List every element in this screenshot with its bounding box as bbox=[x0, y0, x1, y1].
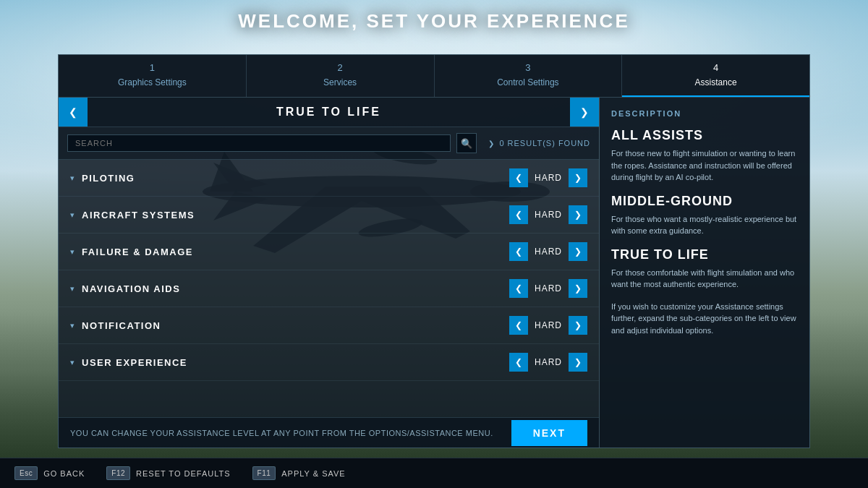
go-back-action[interactable]: Esc GO BACK bbox=[14, 466, 85, 480]
chevron-icon-navigation-aids: ▾ bbox=[70, 284, 75, 294]
f12-key-badge: F12 bbox=[106, 466, 130, 480]
notification-value: HARD bbox=[534, 320, 563, 330]
step-4[interactable]: 4 Assistance bbox=[622, 55, 809, 97]
setting-controls-piloting: ❮ HARD ❯ bbox=[509, 168, 587, 187]
notification-decrement-button[interactable]: ❮ bbox=[509, 316, 528, 335]
main-panel: 1 Graphics Settings 2 Services 3 Control… bbox=[58, 54, 810, 448]
navigation-aids-decrement-button[interactable]: ❮ bbox=[509, 279, 528, 298]
aircraft-systems-value: HARD bbox=[534, 210, 563, 220]
setting-name-notification: NOTIFICATION bbox=[82, 320, 509, 331]
settings-list: ▾ PILOTING ❮ HARD ❯ ▾ AIRCRAFT SYSTEMS ❮… bbox=[59, 160, 599, 417]
step-1[interactable]: 1 Graphics Settings bbox=[59, 55, 247, 97]
navigation-aids-value: HARD bbox=[534, 283, 563, 294]
mode-title: TRUE TO LIFE bbox=[88, 106, 570, 119]
chevron-icon-piloting: ▾ bbox=[70, 174, 75, 183]
go-back-label: GO BACK bbox=[43, 469, 85, 478]
search-input[interactable] bbox=[67, 134, 451, 152]
description-header: DESCRIPTION bbox=[611, 109, 798, 118]
aircraft-systems-increment-button[interactable]: ❯ bbox=[569, 205, 587, 224]
setting-row-failure-damage[interactable]: ▾ FAILURE & DAMAGE ❮ HARD ❯ bbox=[59, 234, 599, 270]
bottom-bar: Esc GO BACK F12 RESET TO DEFAULTS F11 AP… bbox=[0, 458, 868, 488]
chevron-icon-user-experience: ▾ bbox=[70, 358, 75, 367]
user-experience-value: HARD bbox=[534, 357, 563, 367]
desc-text-all-assists: For those new to flight simulation or wa… bbox=[611, 147, 798, 184]
notification-increment-button[interactable]: ❯ bbox=[569, 316, 587, 335]
mode-prev-button[interactable]: ❮ bbox=[59, 98, 88, 127]
left-panel: ❮ TRUE TO LIFE ❯ 🔍 ❯ 0 RESULT(S) FOUND ▾… bbox=[59, 98, 600, 448]
results-arrow-icon: ❯ bbox=[488, 140, 495, 147]
desc-section-all-assists: ALL ASSISTS For those new to flight simu… bbox=[611, 128, 798, 184]
reset-defaults-action[interactable]: F12 RESET TO DEFAULTS bbox=[106, 466, 230, 480]
f11-key-badge: F11 bbox=[252, 466, 276, 480]
piloting-value: HARD bbox=[534, 173, 563, 183]
desc-text-true-to-life: For those comfortable with flight simula… bbox=[611, 267, 798, 291]
user-experience-increment-button[interactable]: ❯ bbox=[569, 353, 587, 372]
setting-row-user-experience[interactable]: ▾ USER EXPERIENCE ❮ HARD ❯ bbox=[59, 344, 599, 381]
footer-info: YOU CAN CHANGE YOUR ASSISTANCE LEVEL AT … bbox=[59, 417, 599, 448]
mode-next-button[interactable]: ❯ bbox=[570, 98, 599, 127]
search-results: ❯ 0 RESULT(S) FOUND bbox=[482, 139, 590, 147]
setting-row-notification[interactable]: ▾ NOTIFICATION ❮ HARD ❯ bbox=[59, 307, 599, 344]
setting-controls-navigation-aids: ❮ HARD ❯ bbox=[509, 279, 587, 298]
failure-damage-decrement-button[interactable]: ❮ bbox=[509, 242, 528, 261]
search-icon[interactable]: 🔍 bbox=[456, 133, 477, 153]
reset-defaults-label: RESET TO DEFAULTS bbox=[136, 469, 231, 478]
next-button[interactable]: NEXT bbox=[511, 420, 587, 446]
piloting-decrement-button[interactable]: ❮ bbox=[509, 168, 528, 187]
setting-name-navigation-aids: NAVIGATION AIDS bbox=[82, 283, 509, 294]
setting-controls-failure-damage: ❮ HARD ❯ bbox=[509, 242, 587, 261]
esc-key-badge: Esc bbox=[14, 466, 38, 480]
page-title: WELCOME, SET YOUR EXPERIENCE bbox=[0, 10, 868, 33]
setting-controls-aircraft-systems: ❮ HARD ❯ bbox=[509, 205, 587, 224]
content-area: ❮ TRUE TO LIFE ❯ 🔍 ❯ 0 RESULT(S) FOUND ▾… bbox=[59, 98, 809, 448]
step-2[interactable]: 2 Services bbox=[247, 55, 435, 97]
failure-damage-value: HARD bbox=[534, 247, 563, 257]
setting-row-navigation-aids[interactable]: ▾ NAVIGATION AIDS ❮ HARD ❯ bbox=[59, 270, 599, 307]
navigation-aids-increment-button[interactable]: ❯ bbox=[569, 279, 587, 298]
step-3[interactable]: 3 Control Settings bbox=[435, 55, 623, 97]
right-panel: DESCRIPTION ALL ASSISTS For those new to… bbox=[600, 98, 809, 448]
chevron-icon-notification: ▾ bbox=[70, 321, 75, 330]
apply-save-label: APPLY & SAVE bbox=[281, 469, 345, 478]
results-count: 0 RESULT(S) FOUND bbox=[499, 139, 590, 147]
setting-name-piloting: PILOTING bbox=[82, 173, 509, 184]
desc-text-middle-ground: For those who want a mostly-realistic ex… bbox=[611, 213, 798, 237]
search-bar: 🔍 ❯ 0 RESULT(S) FOUND bbox=[59, 127, 599, 160]
footer-text: YOU CAN CHANGE YOUR ASSISTANCE LEVEL AT … bbox=[70, 429, 511, 437]
user-experience-decrement-button[interactable]: ❮ bbox=[509, 353, 528, 372]
desc-section-true-to-life: TRUE TO LIFE For those comfortable with … bbox=[611, 247, 798, 291]
setting-controls-user-experience: ❮ HARD ❯ bbox=[509, 353, 587, 372]
setting-name-failure-damage: FAILURE & DAMAGE bbox=[82, 247, 509, 257]
desc-section-middle-ground: MIDDLE-GROUND For those who want a mostl… bbox=[611, 194, 798, 237]
setting-row-aircraft-systems[interactable]: ▾ AIRCRAFT SYSTEMS ❮ HARD ❯ bbox=[59, 197, 599, 234]
setting-row-piloting[interactable]: ▾ PILOTING ❮ HARD ❯ bbox=[59, 160, 599, 197]
setting-name-user-experience: USER EXPERIENCE bbox=[82, 357, 509, 368]
desc-title-middle-ground: MIDDLE-GROUND bbox=[611, 194, 798, 209]
apply-save-action[interactable]: F11 APPLY & SAVE bbox=[252, 466, 346, 480]
desc-title-true-to-life: TRUE TO LIFE bbox=[611, 247, 798, 262]
failure-damage-increment-button[interactable]: ❯ bbox=[569, 242, 587, 261]
chevron-icon-aircraft-systems: ▾ bbox=[70, 210, 75, 220]
desc-title-all-assists: ALL ASSISTS bbox=[611, 128, 798, 143]
desc-text-customize: If you wish to customize your Assistance… bbox=[611, 301, 798, 337]
desc-section-customize: If you wish to customize your Assistance… bbox=[611, 301, 798, 337]
mode-header: ❮ TRUE TO LIFE ❯ bbox=[59, 98, 599, 127]
steps-bar: 1 Graphics Settings 2 Services 3 Control… bbox=[59, 55, 809, 98]
chevron-icon-failure-damage: ▾ bbox=[70, 247, 75, 257]
aircraft-systems-decrement-button[interactable]: ❮ bbox=[509, 205, 528, 224]
setting-name-aircraft-systems: AIRCRAFT SYSTEMS bbox=[82, 210, 509, 221]
setting-controls-notification: ❮ HARD ❯ bbox=[509, 316, 587, 335]
piloting-increment-button[interactable]: ❯ bbox=[569, 168, 587, 187]
